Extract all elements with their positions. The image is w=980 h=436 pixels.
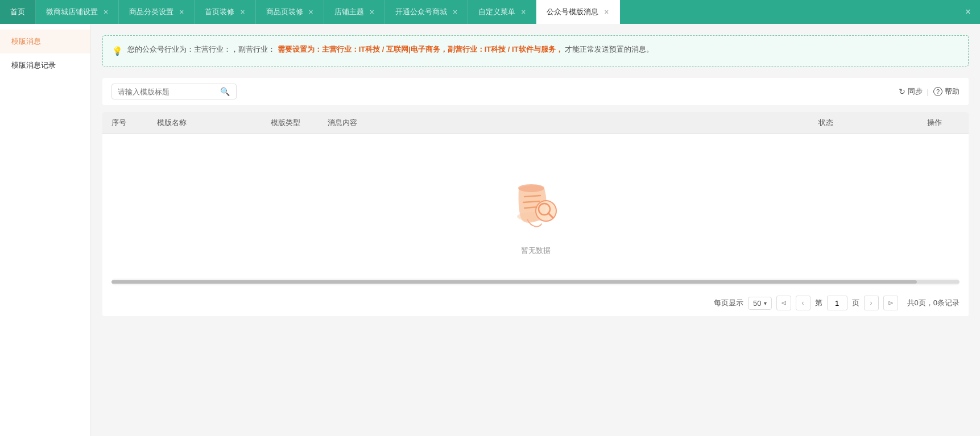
page-size-select[interactable]: 50 ▾	[748, 297, 771, 310]
tab-label: 店铺主题	[334, 7, 364, 17]
search-input-wrap[interactable]: 🔍	[111, 84, 237, 99]
close-icon[interactable]: ×	[104, 8, 108, 16]
tab-store-theme[interactable]: 店铺主题 ×	[324, 0, 385, 24]
tab-open-mall[interactable]: 开通公众号商城 ×	[385, 0, 468, 24]
notice-prefix: 您的公众号行业为：主营行业：，副营行业：	[127, 45, 275, 53]
tab-custom-menu[interactable]: 自定义菜单 ×	[468, 0, 536, 24]
th-action: 操作	[900, 118, 969, 128]
tab-label: 商品页装修	[266, 7, 303, 17]
tab-bar: 首页 微商城店铺设置 × 商品分类设置 × 首页装修 × 商品页装修 × 店铺主…	[0, 0, 980, 24]
notice-text: 您的公众号行业为：主营行业：，副营行业： 需要设置为：主营行业：IT科技 / 互…	[127, 44, 654, 56]
data-table: 序号 模版名称 模版类型 消息内容 状态 操作	[102, 112, 969, 316]
scrollbar-thumb	[111, 280, 917, 284]
page-suffix: 页	[852, 298, 859, 308]
first-page-button[interactable]: ⊲	[776, 296, 791, 310]
search-icon[interactable]: 🔍	[220, 87, 230, 96]
sync-label: 同步	[908, 86, 923, 97]
th-content: 消息内容	[319, 118, 809, 128]
tab-label: 开通公众号商城	[395, 7, 447, 17]
sidebar-item-template-msg[interactable]: 模版消息	[0, 30, 90, 53]
th-name: 模版名称	[148, 118, 262, 128]
bulb-icon: 💡	[112, 44, 123, 58]
empty-state: 暂无数据	[102, 134, 969, 279]
th-status: 状态	[809, 118, 900, 128]
tab-home[interactable]: 首页	[0, 0, 36, 24]
toolbar-right: ↻ 同步 | ? 帮助	[899, 86, 960, 97]
content-area: 💡 您的公众号行业为：主营行业：，副营行业： 需要设置为：主营行业：IT科技 /…	[91, 24, 980, 436]
sidebar-item-label: 模版消息记录	[11, 61, 56, 69]
help-label: 帮助	[945, 86, 960, 97]
close-icon[interactable]: ×	[604, 8, 609, 16]
chevron-down-icon: ▾	[764, 300, 767, 306]
notice-highlight: 需要设置为：主营行业：IT科技 / 互联网|电子商务，副营行业：IT科技 / I…	[278, 45, 563, 53]
close-icon[interactable]: ×	[453, 8, 457, 16]
tab-label: 商品分类设置	[129, 7, 173, 17]
tab-product-decor[interactable]: 商品页装修 ×	[256, 0, 324, 24]
sidebar: 模版消息 模版消息记录	[0, 24, 91, 436]
th-type: 模版类型	[262, 118, 319, 128]
divider: |	[927, 88, 929, 96]
search-input[interactable]	[118, 88, 220, 96]
tab-home-decor[interactable]: 首页装修 ×	[195, 0, 255, 24]
tab-label: 首页装修	[205, 7, 234, 17]
tab-product-category[interactable]: 商品分类设置 ×	[119, 0, 195, 24]
next-page-button[interactable]: ›	[864, 296, 879, 310]
close-icon[interactable]: ×	[240, 8, 245, 16]
tab-label: 自定义菜单	[478, 7, 515, 17]
empty-illustration	[502, 168, 570, 236]
close-icon[interactable]: ×	[370, 8, 374, 16]
tab-label: 微商城店铺设置	[46, 7, 98, 17]
scrollbar-track	[111, 280, 960, 284]
refresh-icon: ↻	[899, 87, 905, 96]
sidebar-item-label: 模版消息	[11, 37, 41, 45]
page-number-input[interactable]	[827, 296, 847, 310]
empty-text: 暂无数据	[521, 246, 551, 256]
last-page-button[interactable]: ⊳	[883, 296, 898, 310]
page-size-value: 50	[753, 299, 761, 308]
close-icon[interactable]: ×	[309, 8, 313, 16]
toolbar: 🔍 ↻ 同步 | ? 帮助	[102, 78, 969, 105]
total-info: 共0页，0条记录	[907, 298, 960, 308]
home-tab-label: 首页	[10, 7, 25, 17]
svg-point-1	[518, 184, 544, 192]
help-button[interactable]: ? 帮助	[933, 86, 960, 97]
th-seq: 序号	[102, 118, 148, 128]
help-icon: ?	[933, 87, 942, 96]
close-icon[interactable]: ×	[521, 8, 526, 16]
notice-box: 💡 您的公众号行业为：主营行业：，副营行业： 需要设置为：主营行业：IT科技 /…	[102, 35, 969, 67]
window-close-button[interactable]: ×	[956, 0, 980, 24]
page-size-label: 每页显示	[714, 298, 743, 308]
notice-suffix: 才能正常发送预置的消息。	[565, 45, 654, 53]
prev-page-button[interactable]: ‹	[796, 296, 811, 310]
scrollbar-area[interactable]	[111, 279, 960, 285]
tab-label: 公众号模版消息	[547, 7, 598, 17]
table-header: 序号 模版名称 模版类型 消息内容 状态 操作	[102, 112, 969, 134]
tab-template-msg[interactable]: 公众号模版消息 ×	[536, 0, 619, 24]
sync-button[interactable]: ↻ 同步	[899, 86, 923, 97]
sidebar-item-template-msg-log[interactable]: 模版消息记录	[0, 53, 90, 77]
pagination: 每页显示 50 ▾ ⊲ ‹ 第 页 › ⊳ 共0页，0条记录	[102, 290, 969, 316]
close-icon[interactable]: ×	[179, 8, 184, 16]
page-label: 第	[815, 298, 822, 308]
tab-weshop-setting[interactable]: 微商城店铺设置 ×	[36, 0, 119, 24]
main-layout: 模版消息 模版消息记录 💡 您的公众号行业为：主营行业：，副营行业： 需要设置为…	[0, 24, 980, 436]
